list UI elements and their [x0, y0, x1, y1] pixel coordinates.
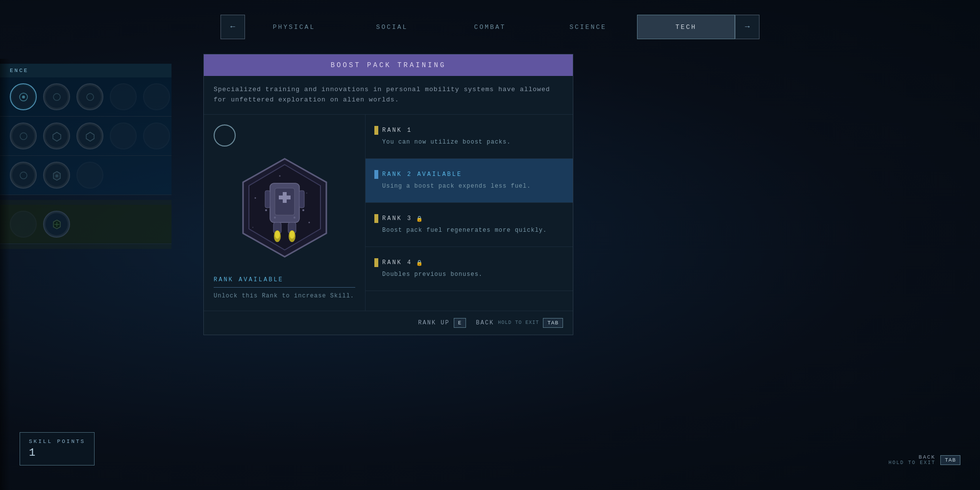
back-action[interactable]: BACK HOLD TO EXIT TAB: [476, 318, 563, 328]
rank-2-title: RANK 2 AVAILABLE: [382, 171, 462, 178]
svg-point-24: [294, 217, 295, 219]
sidebar-grid-science-row2: [0, 117, 172, 156]
skill-description: Specialized training and innovations in …: [204, 76, 573, 115]
rank-item-3[interactable]: RANK 3 🔒 Boost pack fuel regenerates mor…: [366, 203, 573, 247]
rank-2-header: RANK 2 AVAILABLE: [374, 170, 564, 179]
svg-point-22: [302, 209, 304, 211]
bottom-hold-text: HOLD TO EXIT: [888, 460, 935, 466]
tab-social[interactable]: SOCIAL: [343, 15, 441, 39]
rank-item-2[interactable]: RANK 2 AVAILABLE Using a boost pack expe…: [366, 159, 573, 203]
sidebar-skill-icon-14[interactable]: [10, 211, 37, 238]
svg-point-21: [265, 209, 267, 211]
svg-marker-6: [86, 132, 94, 141]
svg-rect-19: [265, 191, 270, 208]
skill-points-box: SKILL POINTS 1: [20, 432, 95, 466]
svg-point-1: [22, 96, 25, 98]
tab-physical[interactable]: PHYSICAL: [245, 15, 343, 39]
rank-2-desc: Using a boost pack expends less fuel.: [374, 182, 564, 191]
skill-badge: [231, 154, 339, 262]
rank-4-desc: Doubles previous bonuses.: [374, 270, 564, 279]
rank-4-pip: [374, 258, 378, 267]
skill-rank-indicator: [214, 124, 236, 147]
svg-point-2: [53, 94, 60, 100]
sidebar-skill-icon-6[interactable]: [10, 122, 37, 149]
rank-4-header: RANK 4 🔒: [374, 258, 564, 267]
sidebar-skill-icon-10[interactable]: [143, 122, 170, 149]
sidebar-skill-icon-5[interactable]: [143, 83, 170, 110]
tab-combat[interactable]: COMBAT: [441, 15, 539, 39]
skill-points-label: SKILL POINTS: [29, 439, 85, 444]
rank-item-4[interactable]: RANK 4 🔒 Doubles previous bonuses.: [366, 247, 573, 291]
rank-1-title: RANK 1: [382, 127, 412, 134]
rank-up-label: RANK UP: [418, 319, 449, 326]
rank-1-header: RANK 1: [374, 126, 564, 135]
sidebar-skill-icon-2[interactable]: [43, 83, 70, 110]
sidebar-section-science: ENCE: [0, 59, 172, 200]
top-navigation: ← PHYSICAL SOCIAL COMBAT SCIENCE TeCH →: [220, 15, 760, 39]
skill-title: BOOST PACK TRAINING: [204, 54, 573, 76]
sidebar-section-science-label: ENCE: [0, 64, 172, 77]
sidebar-skill-icon-13[interactable]: [76, 162, 103, 189]
skill-points-value: 1: [29, 447, 85, 459]
sidebar-skill-icon-7[interactable]: [43, 122, 70, 149]
rank-list: RANK 1 You can now utilize boost packs. …: [366, 115, 573, 311]
rank-4-lock-icon: 🔒: [416, 260, 423, 266]
bottom-right-back[interactable]: BACK HOLD TO EXIT TAB: [888, 454, 960, 466]
rank-unlock-text: Unlock this Rank to increase Skill.: [214, 293, 354, 299]
skill-visual-area: RANK AVAILABLE Unlock this Rank to incre…: [204, 115, 366, 311]
bottom-right-back-label: BACK HOLD TO EXIT: [888, 454, 935, 466]
svg-point-31: [254, 197, 256, 198]
sidebar-skill-icon-11[interactable]: [10, 162, 37, 189]
tab-tech[interactable]: TeCH: [637, 15, 735, 39]
rank-up-key: E: [454, 318, 466, 328]
svg-point-28: [275, 231, 280, 239]
svg-point-9: [55, 174, 58, 177]
back-key: TAB: [543, 318, 563, 328]
sidebar-section-tech: [0, 200, 172, 249]
sidebar-skill-icon-15[interactable]: [43, 211, 70, 238]
rank-3-pip: [374, 214, 378, 223]
svg-point-3: [87, 94, 94, 100]
svg-point-35: [279, 175, 280, 176]
svg-point-7: [20, 172, 27, 179]
nav-prev-button[interactable]: ←: [220, 15, 245, 39]
rank-4-title: RANK 4: [382, 259, 412, 266]
svg-point-34: [252, 227, 253, 228]
rank-up-action[interactable]: RANK UP E: [418, 318, 466, 328]
sidebar-skill-icon-3[interactable]: [76, 83, 103, 110]
sidebar-grid-tech-row1: [0, 205, 172, 244]
bottom-back-text: BACK: [888, 454, 935, 460]
tab-science[interactable]: SCIENCE: [539, 15, 637, 39]
sidebar-skill-icon-12[interactable]: [43, 162, 70, 189]
svg-point-33: [306, 193, 307, 194]
svg-point-4: [20, 133, 27, 140]
sidebar-grid-science-row3: [0, 156, 172, 195]
main-panel: BOOST PACK TRAINING Specialized training…: [203, 54, 573, 335]
rank-3-desc: Boost pack fuel regenerates more quickly…: [374, 226, 564, 235]
sidebar-skill-icon-9[interactable]: [110, 122, 137, 149]
svg-point-23: [274, 217, 276, 219]
rank-2-pip: [374, 170, 378, 179]
nav-tabs: PHYSICAL SOCIAL COMBAT SCIENCE TeCH: [245, 15, 735, 39]
rank-1-desc: You can now utilize boost packs.: [374, 138, 564, 147]
svg-point-32: [308, 221, 310, 223]
skill-body: RANK AVAILABLE Unlock this Rank to incre…: [204, 115, 573, 311]
rank-3-title: RANK 3: [382, 215, 412, 222]
sidebar: ENCE: [0, 59, 172, 490]
rank-item-1[interactable]: RANK 1 You can now utilize boost packs.: [366, 115, 573, 159]
rank-3-header: RANK 3 🔒: [374, 214, 564, 223]
rank-1-pip: [374, 126, 378, 135]
sidebar-grid-science-row1: [0, 77, 172, 117]
hold-to-exit: HOLD TO EXIT: [498, 320, 539, 325]
svg-rect-20: [299, 191, 304, 208]
sidebar-skill-icon-8[interactable]: [76, 122, 103, 149]
svg-rect-18: [279, 196, 291, 199]
bottom-back-key: TAB: [940, 455, 960, 465]
sidebar-skill-icon-1[interactable]: [10, 83, 37, 110]
sidebar-skill-icon-4[interactable]: [110, 83, 137, 110]
bottom-action-bar: RANK UP E BACK HOLD TO EXIT TAB: [204, 311, 573, 335]
svg-point-30: [290, 231, 294, 239]
rank-3-lock-icon: 🔒: [416, 216, 423, 222]
nav-next-button[interactable]: →: [735, 15, 760, 39]
svg-marker-5: [53, 132, 61, 141]
